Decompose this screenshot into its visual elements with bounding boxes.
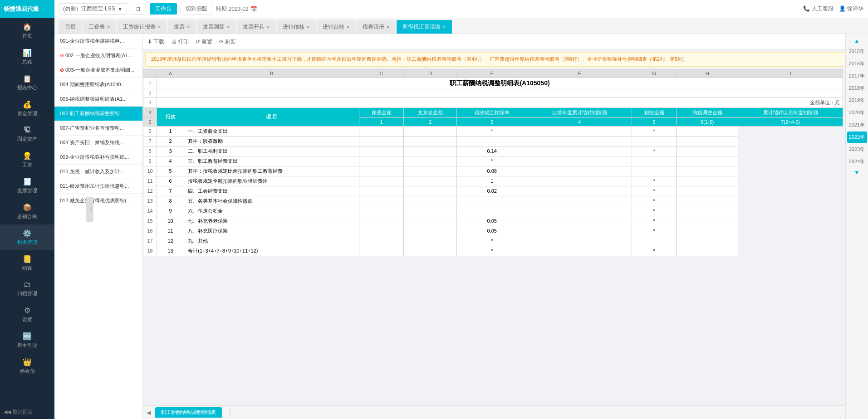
col-f[interactable]: 0.05	[457, 226, 527, 236]
year-item-2022年[interactable]: 2022年	[847, 132, 867, 143]
sidebar-item-设置[interactable]: ⚙设置	[0, 302, 54, 327]
sidebar-item-畅会员[interactable]: 👑畅会员	[0, 353, 54, 379]
tab-close-icon[interactable]: ✕	[442, 24, 446, 29]
col-f[interactable]: 0.05	[457, 216, 527, 226]
more-sheets-icon[interactable]: ⋮	[226, 408, 234, 417]
item-label[interactable]: 其中：按税收规定比例扣除的职工教育经费	[184, 166, 359, 176]
year-item-2018年[interactable]: 2018年	[847, 83, 867, 94]
tab-所得税汇算清缴[interactable]: 所得税汇算清缴✕	[397, 20, 452, 34]
sidebar-item-归档管理[interactable]: 🗂归档管理	[0, 276, 54, 302]
tab-进销稽核[interactable]: 进销稽核✕	[277, 20, 316, 34]
col-d[interactable]	[359, 226, 404, 236]
col-d[interactable]	[359, 196, 404, 206]
tab-close-icon[interactable]: ✕	[186, 24, 190, 29]
col-g[interactable]	[527, 246, 632, 256]
col-e[interactable]	[404, 146, 457, 156]
reset-button[interactable]: ↺重置	[196, 38, 212, 46]
tab-工资统计报表[interactable]: 工资统计报表✕	[117, 20, 167, 34]
menu-item-010[interactable]: 010-免税、减计收入及加计...	[54, 165, 142, 179]
col-f[interactable]: 1	[457, 176, 527, 186]
col-i[interactable]	[677, 136, 738, 146]
sidebar-item-发票管理[interactable]: 🧾发票管理	[0, 173, 54, 199]
col-e[interactable]	[404, 196, 457, 206]
col-i[interactable]	[677, 156, 738, 166]
col-i[interactable]	[677, 216, 738, 226]
tab-close-icon[interactable]: ✕	[386, 24, 390, 29]
tab-close-icon[interactable]: ✕	[157, 24, 161, 29]
col-e[interactable]	[404, 226, 457, 236]
collapse-button[interactable]: 《	[86, 197, 93, 222]
col-f[interactable]: *	[457, 246, 527, 256]
col-d[interactable]	[359, 216, 404, 226]
tab-税表清册[interactable]: 税表清册✕	[357, 20, 396, 34]
col-g[interactable]	[527, 136, 632, 146]
tab-close-icon[interactable]: ✕	[306, 24, 310, 29]
sidebar-item-总账[interactable]: 📊总账	[0, 44, 54, 70]
sidebar-item-固定资产[interactable]: 🏗固定资产	[0, 122, 54, 147]
item-label[interactable]: 八、补充医疗保险	[184, 226, 359, 236]
col-e[interactable]	[404, 176, 457, 186]
sheet-tab-active[interactable]: 职工薪酬纳税调整明细表	[155, 407, 222, 418]
year-item-2023年[interactable]: 2023年	[847, 144, 867, 155]
col-g[interactable]	[527, 186, 632, 196]
tab-发票开具[interactable]: 发票开具✕	[237, 20, 276, 34]
item-label[interactable]: 二、职工福利支出	[184, 146, 359, 156]
year-item-2024年[interactable]: 2024年	[847, 156, 867, 167]
item-label[interactable]: 其中：股权激励	[184, 136, 359, 146]
tab-close-icon[interactable]: ✕	[346, 24, 350, 29]
col-d[interactable]	[359, 206, 404, 216]
col-d[interactable]	[359, 156, 404, 166]
col-d[interactable]	[359, 146, 404, 156]
tab-发票测算[interactable]: 发票测算✕	[197, 20, 236, 34]
col-i[interactable]	[677, 186, 738, 196]
sheet-area[interactable]: A B C D E F G H I 1职工薪酬纳税调整明细表(A105050)2…	[143, 69, 868, 405]
col-g[interactable]	[527, 146, 632, 156]
sidebar-item-报表中心[interactable]: 📋报表中心	[0, 70, 54, 96]
col-f[interactable]	[457, 196, 527, 206]
download-button[interactable]: ⬇下载	[147, 38, 164, 46]
col-h[interactable]	[632, 136, 676, 146]
col-e[interactable]	[404, 206, 457, 216]
year-scroll-up[interactable]: ▲	[853, 36, 861, 45]
item-label[interactable]: 一、工资薪金支出	[184, 126, 359, 136]
year-item-2021年[interactable]: 2021年	[847, 119, 867, 131]
menu-item-006[interactable]: 006-职工薪酬纳税调整明细...	[54, 107, 142, 121]
item-label[interactable]: 六、住房公积金	[184, 206, 359, 216]
col-g[interactable]	[527, 216, 632, 226]
year-item-2016年[interactable]: 2016年	[847, 58, 867, 69]
col-d[interactable]	[359, 136, 404, 146]
col-f[interactable]: 0.08	[457, 166, 527, 176]
col-e[interactable]	[404, 156, 457, 166]
col-i[interactable]	[677, 166, 738, 176]
col-h[interactable]: *	[632, 186, 676, 196]
unpin-button[interactable]: ◀◀ 取消固定	[0, 405, 54, 419]
item-label[interactable]: 三、职工教育经费支出	[184, 156, 359, 166]
col-i[interactable]	[677, 246, 738, 256]
item-label[interactable]: 五、各类基本社会保障性缴款	[184, 196, 359, 206]
col-h[interactable]	[632, 236, 676, 246]
sidebar-item-资金管理[interactable]: 💰资金管理	[0, 96, 54, 122]
menu-item-008[interactable]: 008-资产折旧、摊销及纳税...	[54, 136, 142, 150]
col-f[interactable]: 0.02	[457, 186, 527, 196]
sidebar-item-首页[interactable]: 🏠首页	[0, 18, 54, 44]
col-e[interactable]	[404, 216, 457, 226]
year-item-2015年[interactable]: 2015年	[847, 46, 867, 57]
col-e[interactable]	[404, 136, 457, 146]
item-label[interactable]: 九、其他	[184, 236, 359, 246]
col-h[interactable]: *	[632, 226, 676, 236]
col-d[interactable]	[359, 126, 404, 136]
item-label[interactable]: 四、工会经费支出	[184, 186, 359, 196]
col-h[interactable]	[632, 166, 676, 176]
menu-item-011[interactable]: 011-研发费用加计扣除优惠明...	[54, 179, 142, 194]
support-link[interactable]: 📞 人工客服	[803, 5, 833, 13]
tab-工资表[interactable]: 工资表✕	[83, 20, 116, 34]
menu-item-002[interactable]: ⊘002-一般企业收入明细表(A1...	[54, 49, 142, 63]
col-h[interactable]	[632, 156, 676, 166]
tab-close-icon[interactable]: ✕	[226, 24, 230, 29]
col-i[interactable]	[677, 226, 738, 236]
tab-进销台账[interactable]: 进销台账✕	[317, 20, 356, 34]
year-item-2017年[interactable]: 2017年	[847, 70, 867, 82]
print-button[interactable]: 🖨打印	[171, 38, 189, 46]
col-f[interactable]: *	[457, 126, 527, 136]
col-h[interactable]: *	[632, 246, 676, 256]
